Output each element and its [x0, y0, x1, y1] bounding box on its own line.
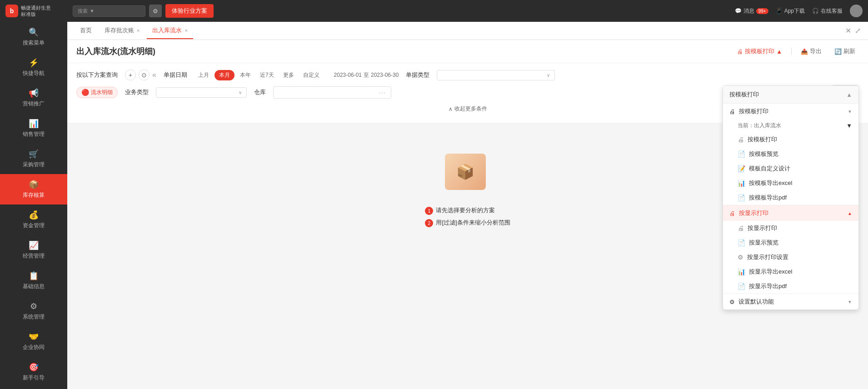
sidebar-item-finance[interactable]: 💰 资金管理 — [0, 204, 67, 235]
refresh-btn[interactable]: 🔄 刷新 — [831, 45, 859, 57]
sidebar-item-basic-info[interactable]: 📋 基础信息 — [0, 265, 67, 296]
print-dropdown-header: 按模板打印 ▲ — [723, 86, 858, 104]
biz-type-select[interactable]: ∨ — [156, 87, 247, 98]
sidebar-item-operations[interactable]: 📈 经营管理 — [0, 235, 67, 265]
refresh-icon: 🔄 — [834, 48, 842, 55]
date-option-this-month[interactable]: 本月 — [215, 70, 234, 80]
display-export-excel-item[interactable]: 📊 按显示导出excel — [723, 264, 858, 279]
inventory-icon: 📦 — [29, 180, 39, 190]
template-print-icon: 🖨 — [738, 136, 744, 143]
avatar[interactable] — [850, 5, 863, 17]
date-option-last-month[interactable]: 上月 — [195, 70, 213, 80]
refresh-label: 刷新 — [843, 47, 855, 55]
warehouse-more-dots: ··· — [379, 89, 386, 96]
step-1-text: 请先选择要分析的方案 — [436, 206, 495, 214]
template-custom-item[interactable]: 📝 模板自定义设计 — [723, 161, 858, 176]
service-btn[interactable]: 🎧 在线客服 — [812, 7, 843, 15]
sales-icon: 📊 — [29, 119, 39, 129]
tab-bar-right: ✕ ⤢ — [845, 26, 861, 35]
date-option-this-year[interactable]: 本年 — [236, 70, 254, 80]
sidebar-item-search-menu[interactable]: 🔍 搜索菜单 — [0, 22, 67, 52]
tab-flow-water-close[interactable]: × — [185, 28, 187, 33]
message-icon: 💬 — [735, 8, 742, 14]
print-dropdown-header-label: 按模板打印 — [729, 90, 759, 99]
display-section-arrow: ▲ — [848, 211, 852, 216]
display-export-pdf-icon: 📄 — [738, 283, 745, 290]
app-download-btn[interactable]: 📱 App下载 — [776, 7, 805, 15]
sidebar-item-marketing[interactable]: 📢 营销推广 — [0, 83, 67, 113]
display-export-excel-icon: 📊 — [738, 268, 745, 275]
industry-btn[interactable]: 体验行业方案 — [165, 4, 214, 18]
divider — [791, 48, 792, 55]
doc-type-select[interactable]: ∨ — [437, 70, 555, 80]
export-icon: 📤 — [801, 48, 808, 55]
active-filter-tag[interactable]: 🔴 流水明细 — [76, 87, 118, 98]
tab-batch-account-close[interactable]: × — [137, 28, 140, 33]
sidebar-item-label: 搜索菜单 — [23, 39, 45, 47]
page-header: 出入库流水(流水明细) 🖨 按模板打印 ▲ 📤 导出 🔄 刷新 — [67, 40, 868, 63]
biz-type-arrow: ∨ — [239, 90, 242, 95]
display-preview-item[interactable]: 📄 按显示预览 — [723, 235, 858, 250]
template-print-item[interactable]: 🖨 按模板打印 — [723, 132, 858, 147]
close-window-icon[interactable]: ✕ — [845, 26, 851, 35]
display-print-settings-item[interactable]: ⚙ 按显示打印设置 — [723, 250, 858, 264]
set-default-arrow: ▼ — [848, 299, 852, 304]
message-btn[interactable]: 💬 消息 99+ — [735, 7, 768, 15]
tab-bar: 首页 库存批次账 × 出入库流水 × ✕ ⤢ — [67, 22, 868, 40]
top-search-input[interactable]: 搜索 ▼ — [73, 5, 145, 17]
page-actions: 🖨 按模板打印 ▲ 📤 导出 🔄 刷新 — [733, 45, 859, 57]
export-btn[interactable]: 📤 导出 — [797, 45, 825, 57]
display-preview-icon: 📄 — [738, 239, 745, 246]
sidebar-item-sales[interactable]: 📊 销售管理 — [0, 113, 67, 144]
empty-box: 📦 — [445, 154, 486, 190]
message-badge: 99+ — [756, 8, 768, 14]
sidebar-item-beginner[interactable]: 🎯 新手引导 — [0, 357, 67, 387]
template-preview-item[interactable]: 📄 按模板预览 — [723, 147, 858, 161]
tab-batch-account-label: 库存批次账 — [105, 26, 134, 35]
filter-add-btn[interactable]: + — [125, 70, 136, 80]
filter-collapse-btn[interactable]: « — [152, 71, 156, 79]
display-export-pdf-item[interactable]: 📄 按显示导出pdf — [723, 279, 858, 294]
search-menu-icon: 🔍 — [29, 27, 39, 37]
template-export-excel-item[interactable]: 📊 按模板导出excel — [723, 176, 858, 190]
template-export-pdf-item[interactable]: 📄 按模板导出pdf — [723, 190, 858, 205]
sidebar-item-label: 基础信息 — [23, 283, 45, 290]
main-layout: 🔍 搜索菜单 ⚡ 快捷导航 📢 营销推广 📊 销售管理 🛒 采购管理 📦 库存核… — [0, 22, 868, 389]
expand-icon[interactable]: ⤢ — [855, 26, 861, 35]
tab-batch-account[interactable]: 库存批次账 × — [99, 23, 145, 39]
page-title: 出入库流水(流水明细) — [76, 46, 155, 57]
display-print-item[interactable]: 🖨 按显示打印 — [723, 221, 858, 235]
print-dropdown-collapse-arrow[interactable]: ▲ — [846, 91, 852, 98]
filter-add-btns: + ⊙ « — [125, 70, 156, 80]
display-print-icon: 🖨 — [738, 224, 744, 232]
template-custom-label: 模板自定义设计 — [749, 165, 790, 173]
print-section-set-default-header[interactable]: ⚙ 设置默认功能 ▼ — [723, 294, 858, 309]
print-template-btn[interactable]: 🖨 按模板打印 ▲ — [733, 45, 786, 57]
logo-area: b 畅捷通好生意 标准版 — [5, 5, 69, 18]
empty-step-1: 1 请先选择要分析的方案 — [425, 206, 510, 215]
print-icon: 🖨 — [737, 48, 743, 55]
print-template-label: 按模板打印 — [745, 47, 774, 55]
sidebar-item-quick-nav[interactable]: ⚡ 快捷导航 — [0, 52, 67, 83]
doc-type-arrow: ∨ — [547, 73, 550, 78]
filter-settings-btn[interactable]: ⊙ — [139, 70, 150, 80]
sidebar-item-app-center[interactable]: 📱 应用中心 — [0, 387, 67, 389]
date-option-custom[interactable]: 自定义 — [299, 70, 323, 80]
sidebar-item-sys-manage[interactable]: ⚙ 系统管理 — [0, 296, 67, 326]
date-option-last-7[interactable]: 近7天 — [256, 70, 278, 80]
print-section-display-header[interactable]: 🖨 按显示打印 ▲ — [723, 205, 858, 221]
warehouse-select[interactable]: ··· — [273, 86, 391, 99]
tab-home[interactable]: 首页 — [75, 23, 97, 39]
sys-manage-icon: ⚙ — [30, 301, 37, 311]
tab-flow-water[interactable]: 出入库流水 × — [147, 23, 193, 39]
sidebar-item-inventory[interactable]: 📦 库存核算 — [0, 174, 67, 204]
date-option-more[interactable]: 更多 — [279, 70, 298, 80]
gear-icon[interactable]: ⚙ — [149, 5, 162, 17]
sidebar-item-purchase[interactable]: 🛒 采购管理 — [0, 144, 67, 174]
template-print-section-label: 按模板打印 — [739, 107, 768, 115]
print-section-template-header[interactable]: 🖨 按模板打印 ▼ — [723, 104, 858, 119]
empty-step-2: 2 用[过滤]条件来缩小分析范围 — [425, 219, 510, 227]
sidebar-item-enterprise-collab[interactable]: 🤝 企业协同 — [0, 326, 67, 357]
sidebar-item-label: 库存核算 — [23, 191, 45, 199]
sidebar-item-label: 采购管理 — [23, 161, 45, 169]
